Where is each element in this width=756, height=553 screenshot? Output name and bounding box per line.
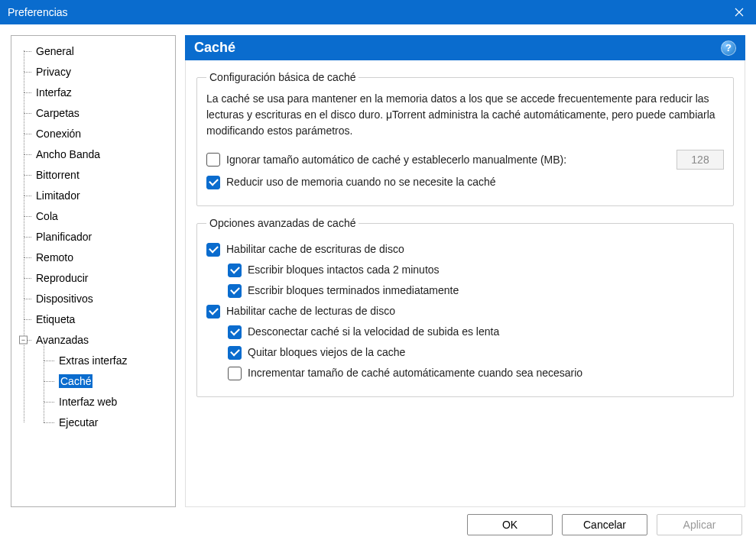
panel-body: Configuración básica de caché La caché s…	[185, 60, 745, 507]
opt-read-auto[interactable]: Incrementar tamaño de caché automáticame…	[228, 365, 724, 381]
window-title: Preferencias	[8, 6, 68, 18]
opt-write-intact-label: Escribir bloques intactos cada 2 minutos	[248, 262, 440, 278]
tree-item[interactable]: Interfaz	[15, 82, 172, 102]
tree-item[interactable]: Planificador	[15, 226, 172, 247]
opt-read-old-label: Quitar bloques viejos de la cache	[248, 344, 405, 361]
ok-button[interactable]: OK	[467, 514, 553, 535]
opt-read-slow-label: Desconectar caché si la velocidad de sub…	[248, 324, 499, 340]
tree-item[interactable]: Carpetas	[15, 102, 172, 123]
checkbox-write-finished[interactable]	[228, 284, 242, 298]
close-icon	[735, 8, 744, 17]
checkbox-write-intact[interactable]	[228, 264, 242, 277]
advanced-cache-group: Opciones avanzadas de caché Habilitar ca…	[196, 217, 734, 397]
opt-read-old[interactable]: Quitar bloques viejos de la cache	[228, 344, 724, 361]
tree-item[interactable]: General	[15, 40, 172, 61]
panel-header: Caché ?	[185, 35, 745, 60]
tree-item[interactable]: Dispositivos	[15, 288, 172, 309]
opt-reduce-label: Reducir uso de memoria cuando no se nece…	[226, 174, 496, 190]
basic-legend: Configuración básica de caché	[206, 71, 359, 83]
category-tree[interactable]: GeneralPrivacyInterfazCarpetasConexiónAn…	[11, 35, 176, 507]
opt-read-cache[interactable]: Habilitar cache de lecturas de disco	[206, 303, 724, 319]
opt-write-finished-label: Escribir bloques terminados inmediatamen…	[248, 283, 459, 299]
tree-item[interactable]: Ancho Banda	[15, 144, 172, 164]
tree-item[interactable]: Remoto	[15, 247, 172, 267]
opt-write-label: Habilitar cache de escrituras de disco	[226, 241, 404, 257]
cancel-button[interactable]: Cancelar	[562, 514, 647, 535]
tree-item-advanced[interactable]: −Avanzadas	[15, 329, 172, 350]
checkbox-read-auto[interactable]	[228, 367, 242, 380]
tree-item[interactable]: Bittorrent	[15, 164, 172, 185]
tree-item[interactable]: Ejecutar	[15, 412, 172, 432]
close-button[interactable]	[722, 0, 756, 24]
help-icon[interactable]: ?	[721, 40, 736, 56]
opt-write-cache[interactable]: Habilitar cache de escrituras de disco	[206, 241, 724, 257]
tree-item[interactable]: Limitador	[15, 185, 172, 205]
tree-item[interactable]: Cola	[15, 205, 172, 226]
settings-panel: Caché ? Configuración básica de caché La…	[185, 35, 745, 507]
advanced-legend: Opciones avanzadas de caché	[206, 217, 359, 229]
collapse-icon[interactable]: −	[19, 335, 28, 344]
opt-write-finished[interactable]: Escribir bloques terminados inmediatamen…	[228, 283, 724, 299]
opt-read-label: Habilitar cache de lecturas de disco	[226, 303, 395, 319]
basic-cache-group: Configuración básica de caché La caché s…	[196, 71, 734, 206]
checkbox-read-old[interactable]	[228, 346, 242, 360]
checkbox-write-cache[interactable]	[206, 243, 220, 257]
opt-read-slow[interactable]: Desconectar caché si la velocidad de sub…	[228, 324, 724, 340]
basic-description: La caché se usa para mantener en la memo…	[206, 91, 724, 139]
checkbox-manual-size[interactable]	[206, 153, 220, 167]
dialog-footer: OK Cancelar Aplicar	[0, 507, 756, 542]
opt-manual-label: Ignorar tamaño automático de caché y est…	[226, 152, 566, 168]
titlebar: Preferencias	[0, 0, 756, 24]
opt-write-intact[interactable]: Escribir bloques intactos cada 2 minutos	[228, 262, 724, 278]
tree-item[interactable]: Etiqueta	[15, 309, 172, 329]
tree-item[interactable]: Interfaz web	[15, 391, 172, 412]
tree-item[interactable]: Extras interfaz	[15, 350, 172, 370]
checkbox-read-slow[interactable]	[228, 325, 242, 339]
opt-manual-size[interactable]: Ignorar tamaño automático de caché y est…	[206, 150, 724, 170]
tree-item[interactable]: Conexión	[15, 123, 172, 144]
tree-item[interactable]: Caché	[15, 370, 172, 391]
opt-read-auto-label: Incrementar tamaño de caché automáticame…	[248, 365, 582, 381]
opt-reduce-memory[interactable]: Reducir uso de memoria cuando no se nece…	[206, 174, 724, 190]
apply-button: Aplicar	[657, 514, 742, 535]
manual-size-input[interactable]	[677, 150, 724, 170]
tree-item[interactable]: Reproducir	[15, 267, 172, 288]
panel-title: Caché	[194, 40, 235, 56]
dialog-body: GeneralPrivacyInterfazCarpetasConexiónAn…	[0, 24, 756, 507]
checkbox-reduce-memory[interactable]	[206, 176, 220, 189]
tree-item[interactable]: Privacy	[15, 61, 172, 82]
checkbox-read-cache[interactable]	[206, 305, 220, 319]
